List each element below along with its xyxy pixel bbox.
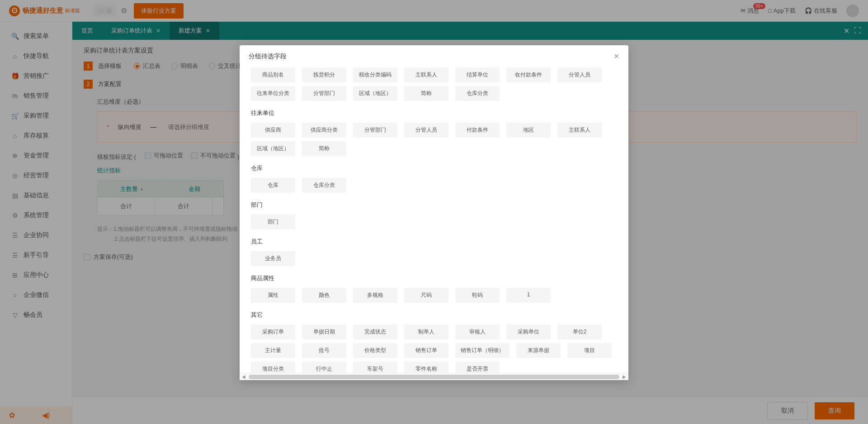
field-chip[interactable]: 部门 [251, 214, 295, 229]
field-chip[interactable]: 付款条件 [455, 123, 500, 138]
field-chip[interactable]: 仓库分类 [455, 86, 500, 101]
field-chip[interactable]: 零件名称 [404, 362, 448, 373]
modal-title: 分组待选字段 [249, 52, 287, 61]
field-chip[interactable]: 简称 [404, 86, 448, 101]
field-group-title: 仓库 [251, 164, 617, 172]
modal-header: 分组待选字段 ✕ [240, 45, 628, 67]
field-chip[interactable]: 1 [506, 288, 551, 303]
field-chip[interactable]: 业务员 [251, 251, 295, 266]
field-chip[interactable]: 商品别名 [251, 67, 295, 82]
field-chip[interactable]: 主联系人 [404, 67, 448, 82]
field-chip[interactable]: 属性 [251, 288, 295, 303]
field-chip[interactable]: 销售订单（明细） [455, 343, 509, 358]
field-chip[interactable]: 供应商 [251, 123, 295, 138]
field-chip[interactable]: 主联系人 [557, 123, 602, 138]
field-chip[interactable]: 分管人员 [557, 67, 602, 82]
field-chip[interactable]: 单据日期 [302, 324, 346, 339]
field-selector-modal: 分组待选字段 ✕ 商品别名拣货积分税收分类编码主联系人结算单位收付款条件分管人员… [240, 45, 628, 380]
field-chip[interactable]: 仓库分类 [302, 178, 346, 193]
field-chip[interactable]: 供应商分类 [302, 123, 346, 138]
field-chip[interactable]: 颜色 [302, 288, 346, 303]
scroll-left-icon[interactable]: ◀ [242, 374, 245, 379]
field-chip[interactable]: 多规格 [353, 288, 397, 303]
field-chip[interactable]: 项目分类 [251, 362, 295, 373]
field-chip[interactable]: 主计量 [251, 343, 295, 358]
field-chip[interactable]: 往来单位分类 [251, 86, 295, 101]
field-chip[interactable]: 鞋码 [455, 288, 500, 303]
field-chip[interactable]: 制单人 [404, 324, 448, 339]
field-chip[interactable]: 审核人 [455, 324, 500, 339]
field-chip[interactable]: 税收分类编码 [353, 67, 397, 82]
field-chip[interactable]: 车架号 [353, 362, 397, 373]
field-group-title: 其它 [251, 311, 617, 319]
field-group-title: 员工 [251, 238, 617, 246]
field-chip[interactable]: 分管人员 [404, 123, 448, 138]
field-chip[interactable]: 分管部门 [353, 123, 397, 138]
field-chip[interactable]: 区域（地区） [353, 86, 397, 101]
field-chip[interactable]: 销售订单 [404, 343, 448, 358]
close-icon[interactable]: ✕ [613, 52, 619, 61]
field-chip[interactable]: 来源单据 [516, 343, 561, 358]
field-chip[interactable]: 是否开票 [455, 362, 500, 373]
field-chip[interactable]: 单位2 [557, 324, 602, 339]
field-chip[interactable]: 采购订单 [251, 324, 295, 339]
scroll-thumb[interactable] [249, 375, 619, 379]
field-chip[interactable]: 采购单位 [506, 324, 551, 339]
field-chip[interactable]: 价格类型 [353, 343, 397, 358]
field-group-title: 往来单位 [251, 109, 617, 117]
field-group-title: 部门 [251, 201, 617, 209]
field-chip[interactable]: 结算单位 [455, 67, 500, 82]
field-group-title: 商品属性 [251, 274, 617, 282]
field-chip[interactable]: 分管部门 [302, 86, 346, 101]
field-chip[interactable]: 项目 [567, 343, 612, 358]
horizontal-scrollbar[interactable]: ◀ ▶ [240, 373, 628, 380]
field-chip[interactable]: 收付款条件 [506, 67, 551, 82]
field-chip[interactable]: 拣货积分 [302, 67, 346, 82]
modal-body: 商品别名拣货积分税收分类编码主联系人结算单位收付款条件分管人员往来单位分类分管部… [240, 67, 628, 373]
field-chip[interactable]: 简称 [302, 141, 346, 156]
field-chip[interactable]: 批号 [302, 343, 346, 358]
field-chip[interactable]: 行中止 [302, 362, 346, 373]
field-chip[interactable]: 完成状态 [353, 324, 397, 339]
field-chip[interactable]: 仓库 [251, 178, 295, 193]
field-chip[interactable]: 尺码 [404, 288, 448, 303]
field-chip[interactable]: 地区 [506, 123, 551, 138]
field-chip[interactable]: 区域（地区） [251, 141, 295, 156]
scroll-right-icon[interactable]: ▶ [623, 374, 626, 379]
